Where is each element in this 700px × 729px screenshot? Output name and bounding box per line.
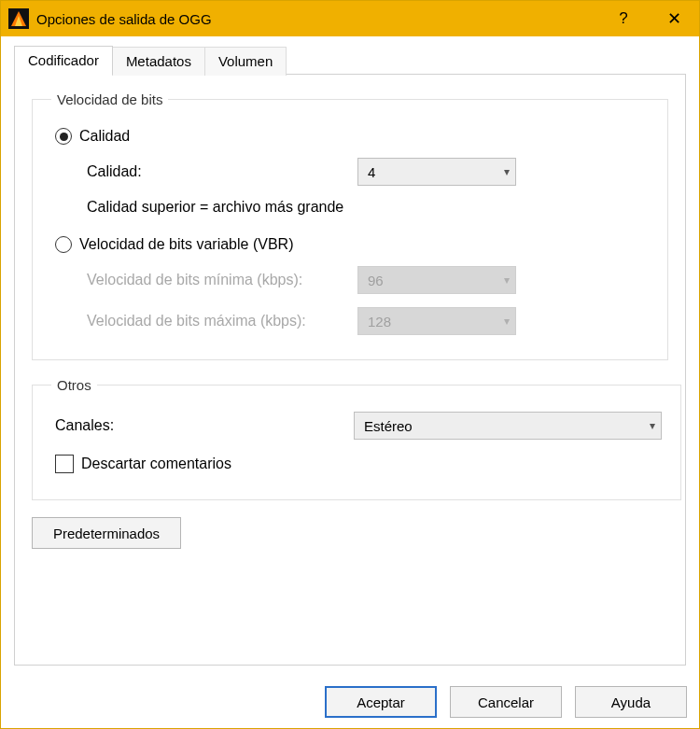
- channels-row: Canales: Estéreo ▾: [55, 412, 662, 440]
- discard-comments-row[interactable]: Descartar comentarios: [55, 455, 662, 473]
- accept-button[interactable]: Aceptar: [325, 686, 437, 718]
- quality-radio[interactable]: [55, 128, 72, 145]
- chevron-down-icon: ▾: [504, 165, 510, 178]
- quality-hint: Calidad superior = archivo más grande: [87, 199, 649, 216]
- channels-dropdown[interactable]: Estéreo ▾: [354, 412, 662, 440]
- vbr-max-dropdown: 128 ▾: [357, 307, 516, 335]
- tab-metadata[interactable]: Metadatos: [112, 47, 205, 76]
- others-legend: Otros: [51, 377, 97, 393]
- tab-volume-label: Volumen: [218, 53, 273, 69]
- others-group: Otros Canales: Estéreo ▾ Descartar comen…: [32, 377, 681, 500]
- vbr-max-value: 128: [368, 314, 391, 329]
- vbr-min-value: 96: [368, 273, 384, 288]
- tab-volume[interactable]: Volumen: [204, 47, 287, 76]
- vbr-radio-label: Velocidad de bits variable (VBR): [79, 236, 293, 253]
- quality-radio-row[interactable]: Calidad: [55, 128, 649, 145]
- discard-comments-checkbox[interactable]: [55, 455, 74, 473]
- vbr-min-dropdown: 96 ▾: [357, 266, 516, 294]
- defaults-button[interactable]: Predeterminados: [32, 517, 181, 549]
- quality-field-row: Calidad: 4 ▾: [87, 158, 649, 186]
- tabstrip: Codificador Metadatos Volumen: [14, 46, 686, 75]
- defaults-button-label: Predeterminados: [53, 526, 160, 541]
- close-icon: ✕: [667, 8, 681, 29]
- dialog-footer: Aceptar Cancelar Ayuda: [325, 686, 687, 718]
- close-button[interactable]: ✕: [649, 1, 699, 36]
- quality-label: Calidad:: [87, 163, 357, 180]
- vbr-max-label: Velocidad de bits máxima (kbps):: [87, 313, 357, 329]
- quality-radio-label: Calidad: [79, 128, 130, 145]
- bitrate-group: Velocidad de bits Calidad Calidad: 4 ▾ C…: [32, 91, 668, 360]
- tab-encoder-label: Codificador: [28, 52, 99, 68]
- vbr-radio[interactable]: [55, 236, 72, 253]
- dialog-body: Codificador Metadatos Volumen Velocidad …: [1, 36, 699, 666]
- help-glyph: ?: [619, 9, 627, 28]
- chevron-down-icon: ▾: [504, 315, 510, 328]
- tab-panel-encoder: Velocidad de bits Calidad Calidad: 4 ▾ C…: [14, 74, 686, 666]
- help-footer-button[interactable]: Ayuda: [575, 686, 687, 718]
- help-button[interactable]: ?: [598, 1, 649, 36]
- discard-comments-label: Descartar comentarios: [81, 456, 231, 472]
- accept-button-label: Aceptar: [357, 694, 405, 710]
- vbr-radio-row[interactable]: Velocidad de bits variable (VBR): [55, 236, 649, 253]
- quality-dropdown[interactable]: 4 ▾: [357, 158, 516, 186]
- bitrate-legend: Velocidad de bits: [51, 91, 168, 107]
- defaults-row: Predeterminados: [32, 517, 668, 549]
- titlebar: Opciones de salida de OGG ? ✕: [1, 1, 699, 36]
- vbr-max-row: Velocidad de bits máxima (kbps): 128 ▾: [87, 307, 649, 335]
- channels-label: Canales:: [55, 417, 354, 434]
- tab-metadata-label: Metadatos: [126, 53, 191, 69]
- app-icon: [8, 8, 29, 29]
- channels-value: Estéreo: [364, 418, 413, 434]
- tab-encoder[interactable]: Codificador: [14, 46, 113, 75]
- chevron-down-icon: ▾: [650, 419, 655, 432]
- vbr-min-label: Velocidad de bits mínima (kbps):: [87, 272, 357, 288]
- vbr-min-row: Velocidad de bits mínima (kbps): 96 ▾: [87, 266, 649, 294]
- chevron-down-icon: ▾: [504, 273, 510, 287]
- help-footer-button-label: Ayuda: [611, 694, 651, 710]
- window-title: Opciones de salida de OGG: [36, 11, 212, 27]
- cancel-button[interactable]: Cancelar: [450, 686, 562, 718]
- quality-value: 4: [368, 164, 375, 180]
- cancel-button-label: Cancelar: [478, 694, 534, 710]
